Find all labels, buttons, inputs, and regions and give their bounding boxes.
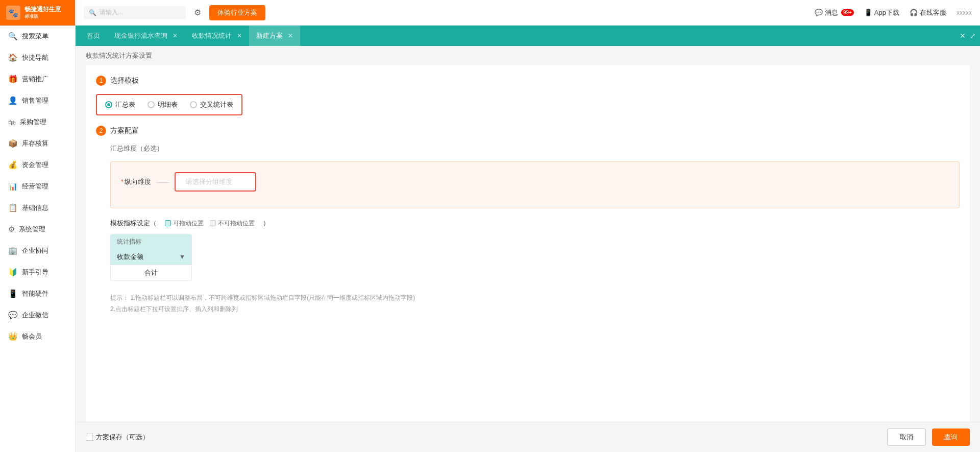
footer: 方案保存（可选） 取消 查询	[76, 422, 980, 452]
step1-title: 选择模板	[110, 76, 139, 85]
metrics-table-header[interactable]: 统计指标	[111, 234, 191, 249]
radio-cross[interactable]	[190, 101, 197, 108]
tip-1: 提示： 1.拖动标题栏可以调整布局，不可跨维度或指标区域拖动栏目字段(只能在同一…	[110, 293, 960, 304]
gear-icon: ⚙	[8, 225, 15, 234]
footer-save: 方案保存（可选）	[86, 433, 149, 442]
logo-badge: 标准版	[24, 13, 61, 20]
tab-bank[interactable]: 现金银行流水查询 ✕	[107, 26, 185, 46]
dimension-config: 汇总维度（必选） *纵向维度 —— 请选择分组维度 模板指标设定（	[96, 144, 960, 315]
phone-icon: 📱	[8, 289, 18, 298]
building-icon: 🏢	[8, 246, 18, 255]
sidebar-logo: 🐾 畅捷通好生意 标准版	[0, 0, 75, 26]
save-checkbox[interactable]	[86, 434, 93, 441]
sidebar-item-enterprise[interactable]: 🏢 企业协同	[0, 240, 75, 261]
step2-title: 方案配置	[110, 126, 139, 135]
clipboard-icon: 📋	[8, 203, 18, 212]
chart-icon: 📊	[8, 182, 18, 191]
online-service-button[interactable]: 🎧 在线客服	[910, 8, 946, 17]
step1-section: 1 选择模板 汇总表 明细表	[96, 76, 960, 115]
tab-bank-close[interactable]: ✕	[173, 32, 178, 39]
sidebar-item-purchase[interactable]: 🛍 采购管理	[0, 111, 75, 133]
step1-header: 1 选择模板	[96, 76, 960, 86]
settings-icon[interactable]: ⚙	[194, 8, 201, 17]
option-summary[interactable]: 汇总表	[105, 100, 135, 109]
tabs-end-controls: ✕ ⤢	[960, 32, 976, 40]
bag-icon: 🛍	[8, 118, 16, 127]
close-window-icon[interactable]: ✕	[960, 32, 966, 40]
query-button[interactable]: 查询	[932, 429, 970, 446]
home-icon: 🏠	[8, 53, 18, 62]
user-icon: 👤	[8, 96, 18, 105]
template-options-box: 汇总表 明细表 交叉统计表	[96, 94, 242, 115]
topbar: 🔍 请输入... ⚙ 体验行业方案 💬 消息 99+ 📱 App下载 🎧 在线客…	[76, 0, 980, 26]
topbar-right: 💬 消息 99+ 📱 App下载 🎧 在线客服 xxxxx	[815, 8, 972, 17]
footer-buttons: 取消 查询	[887, 429, 970, 446]
step2-section: 2 方案配置 汇总维度（必选） *纵向维度 —— 请选择分组维度	[96, 126, 960, 315]
logo-icon: 🐾	[6, 6, 20, 20]
vertical-dimension-row: *纵向维度 —— 请选择分组维度	[121, 172, 949, 192]
box-icon: 📦	[8, 139, 18, 148]
sidebar-item-operation[interactable]: 📊 经营管理	[0, 176, 75, 197]
message-icon: 💬	[815, 9, 823, 16]
dimension-box-area: *纵向维度 —— 请选择分组维度	[110, 161, 960, 208]
sidebar-item-sales[interactable]: 👤 销售管理	[0, 90, 75, 111]
tab-collection[interactable]: 收款情况统计 ✕	[185, 26, 249, 46]
app-download-button[interactable]: 📱 App下载	[864, 8, 899, 17]
collection-amount-header[interactable]: 收款金额 ▼	[111, 249, 191, 265]
service-icon: 🎧	[910, 9, 918, 16]
chevron-down-icon: ▼	[179, 253, 185, 260]
legend-fixed: 不可拖动位置	[210, 219, 255, 228]
dimension-label: 汇总维度（必选）	[110, 144, 960, 153]
fixed-dot	[210, 220, 216, 226]
metrics-table: 统计指标 收款金额 ▼ 合计	[110, 234, 192, 281]
tab-new-plan[interactable]: 新建方案 ✕	[249, 26, 300, 46]
tips-section: 提示： 1.拖动标题栏可以调整布局，不可跨维度或指标区域拖动栏目字段(只能在同一…	[110, 293, 960, 315]
metrics-legend: 可拖动位置 不可拖动位置	[165, 219, 255, 228]
crown-icon: 👑	[8, 332, 18, 341]
topbar-search-box[interactable]: 🔍 请输入...	[84, 6, 186, 19]
sidebar-item-guide[interactable]: 🔰 新手引导	[0, 261, 75, 283]
content-card: 1 选择模板 汇总表 明细表	[86, 65, 970, 422]
search-menu-icon: 🔍	[8, 32, 18, 41]
money-icon: 💰	[8, 160, 18, 170]
industry-plan-button[interactable]: 体验行业方案	[209, 5, 265, 20]
step2-num: 2	[96, 126, 106, 136]
sidebar-item-quick-nav[interactable]: 🏠 快捷导航	[0, 47, 75, 68]
sidebar-item-search-menu[interactable]: 🔍 搜索菜单	[0, 26, 75, 47]
metrics-total-row: 合计	[111, 265, 191, 280]
main-area: 🔍 请输入... ⚙ 体验行业方案 💬 消息 99+ 📱 App下载 🎧 在线客…	[76, 0, 980, 452]
sidebar-item-marketing[interactable]: 🎁 营销推广	[0, 68, 75, 90]
guide-icon: 🔰	[8, 268, 18, 277]
sidebar-item-wechat[interactable]: 💬 企业微信	[0, 304, 75, 326]
step2-header: 2 方案配置	[96, 126, 960, 136]
sidebar-item-finance[interactable]: 💰 资金管理	[0, 154, 75, 176]
sidebar-item-inventory[interactable]: 📦 库存核算	[0, 133, 75, 154]
metrics-label: 统计指标	[117, 237, 141, 246]
radio-summary[interactable]	[105, 101, 112, 108]
cancel-button[interactable]: 取消	[887, 429, 926, 446]
breadcrumb: 收款情况统计方案设置	[76, 46, 980, 65]
sidebar-item-member[interactable]: 👑 畅会员	[0, 326, 75, 347]
tab-home[interactable]: 首页	[80, 26, 107, 46]
message-button[interactable]: 💬 消息 99+	[815, 8, 854, 17]
sidebar-item-hardware[interactable]: 📱 智能硬件	[0, 283, 75, 304]
search-icon: 🔍	[89, 9, 96, 16]
sidebar-item-basic[interactable]: 📋 基础信息	[0, 197, 75, 219]
option-detail[interactable]: 明细表	[148, 100, 178, 109]
sidebar: 🐾 畅捷通好生意 标准版 🔍 搜索菜单 🏠 快捷导航 🎁 营销推广 👤 销售管理…	[0, 0, 76, 452]
logo-text: 畅捷通好生意	[24, 6, 61, 14]
page-area: 收款情况统计方案设置 1 选择模板 汇总表	[76, 46, 980, 452]
gift-icon: 🎁	[8, 75, 18, 84]
tab-collection-close[interactable]: ✕	[237, 32, 242, 39]
chat-icon: 💬	[8, 311, 18, 320]
tab-new-plan-close[interactable]: ✕	[288, 32, 293, 39]
sidebar-item-system[interactable]: ⚙ 系统管理	[0, 219, 75, 240]
option-cross[interactable]: 交叉统计表	[190, 100, 233, 109]
radio-detail[interactable]	[148, 101, 155, 108]
user-name: xxxxx	[957, 9, 972, 16]
draggable-dot	[165, 220, 171, 226]
legend-draggable: 可拖动位置	[165, 219, 204, 228]
maximize-icon[interactable]: ⤢	[970, 32, 976, 40]
dimension-dropdown[interactable]: 请选择分组维度	[175, 172, 256, 192]
metrics-header: 模板指标设定（ 可拖动位置 不可拖动位置 ）	[110, 219, 960, 228]
